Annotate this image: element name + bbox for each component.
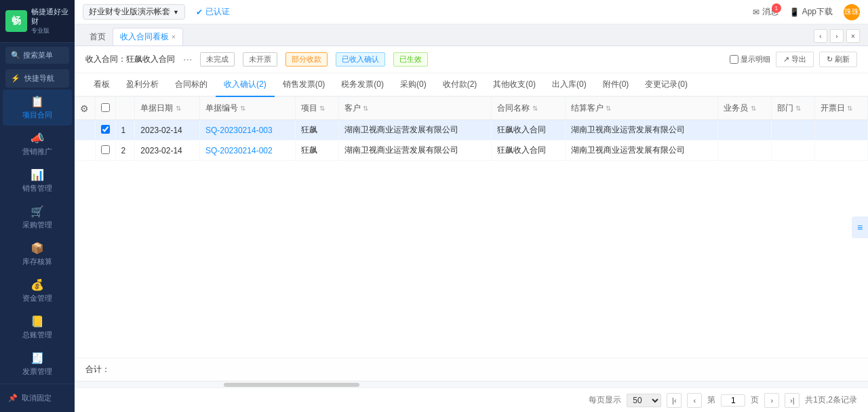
tab-prev-button[interactable]: ‹ [814, 29, 827, 43]
row-checkbox[interactable] [101, 145, 110, 154]
sort-billdate-icon[interactable]: ⇅ [847, 105, 852, 112]
contract-title-prefix: 收入合同： [85, 54, 126, 64]
refresh-button[interactable]: ↻ 刷新 [819, 52, 857, 67]
status-partial-receipt[interactable]: 部分收款 [285, 52, 328, 67]
status-not-invoiced[interactable]: 未开票 [243, 52, 277, 67]
app-download-button[interactable]: 📱 App下载 [789, 6, 833, 18]
first-page-button[interactable]: |‹ [667, 393, 682, 408]
sidebar-item-sales-label: 销售管理 [22, 183, 52, 193]
side-action-btn[interactable]: ≡ [852, 217, 868, 238]
tab-other[interactable]: 其他收支(0) [485, 73, 544, 97]
tab-tax-invoice[interactable]: 税务发票(0) [333, 73, 392, 97]
sidebar-item-inventory[interactable]: 📦 库存核算 [3, 236, 72, 272]
row-checkbox[interactable] [101, 125, 110, 134]
active-tab[interactable]: 收入合同看板 × [113, 28, 183, 45]
th-dept[interactable]: 部门 ⇅ [771, 97, 814, 120]
sort-contract-icon[interactable]: ⇅ [532, 105, 538, 112]
cancel-pin-button[interactable]: 📌 取消固定 [5, 390, 69, 407]
prev-page-button[interactable]: ‹ [687, 393, 702, 408]
tab-kanban[interactable]: 看板 [85, 73, 118, 97]
status-not-complete[interactable]: 未完成 [200, 52, 235, 67]
bill-no-link[interactable]: SQ-20230214-003 [205, 126, 273, 135]
tab-purchase[interactable]: 采购(0) [392, 73, 435, 97]
sidebar-item-invoice[interactable]: 🧾 发票管理 [3, 346, 72, 382]
invoice-icon: 🧾 [31, 352, 44, 364]
per-page-select[interactable]: 50 20 100 [627, 394, 661, 407]
tab-change-log[interactable]: 变更记录(0) [637, 73, 696, 97]
status-effective[interactable]: 已生效 [393, 52, 428, 67]
th-customer[interactable]: 客户 ⇅ [338, 97, 492, 120]
status-revenue-confirmed[interactable]: 已收入确认 [336, 52, 385, 67]
message-badge: 1 [772, 3, 781, 13]
sales-icon: 📊 [31, 168, 44, 181]
sort-dept-icon[interactable]: ⇅ [795, 105, 801, 112]
check-icon: ✔ [196, 7, 203, 17]
row-checkbox-cell [95, 120, 115, 141]
page-number-input[interactable] [721, 394, 745, 407]
show-detail-checkbox-label[interactable]: 显示明细 [730, 54, 770, 64]
sort-date-icon[interactable]: ⇅ [176, 105, 181, 112]
tab-payment[interactable]: 收付款(2) [435, 73, 486, 97]
company-selector[interactable]: 好业财专业版演示帐套 ▼ [83, 4, 185, 20]
th-bill-no[interactable]: 单据编号 ⇅ [199, 97, 295, 120]
tab-next-button[interactable]: › [830, 29, 844, 43]
sort-customer-icon[interactable]: ⇅ [363, 105, 368, 112]
search-menu-button[interactable]: 🔍 搜索菜单 [5, 47, 69, 64]
bill-no-link[interactable]: SQ-20230214-002 [205, 146, 273, 155]
sidebar-item-project[interactable]: 📋 项目合同 [3, 90, 72, 126]
company-name: 好业财专业版演示帐套 [89, 6, 170, 18]
sort-settle-icon[interactable]: ⇅ [606, 105, 611, 112]
tab-revenue[interactable]: 收入确认(2) [216, 73, 275, 97]
home-tab[interactable]: 首页 [83, 29, 113, 45]
show-detail-checkbox[interactable] [730, 55, 738, 64]
sort-salesman-icon[interactable]: ⇅ [751, 105, 756, 112]
last-page-button[interactable]: ›| [785, 393, 800, 408]
th-date[interactable]: 单据日期 ⇅ [135, 97, 200, 120]
close-tab-button[interactable]: × [172, 33, 176, 41]
logo-sub: 专业版 [31, 26, 69, 35]
tab-navigation: ‹ › × [814, 29, 860, 45]
main-area: 好业财专业版演示帐套 ▼ ✔ 已认证 ✉ 消息 1 📱 App下载 珠珠 [75, 0, 868, 412]
phone-icon: 📱 [789, 7, 800, 17]
tab-inout[interactable]: 出入库(0) [544, 73, 595, 97]
quick-nav-button[interactable]: ⚡ 快捷导航 [5, 69, 69, 88]
th-project[interactable]: 项目 ⇅ [296, 97, 339, 120]
user-avatar-button[interactable]: 珠珠 [844, 4, 860, 20]
tab-sales-invoice[interactable]: 销售发票(0) [275, 73, 334, 97]
sidebar-item-purchase-label: 采购管理 [22, 220, 52, 230]
next-page-button[interactable]: › [764, 393, 779, 408]
row-salesman [718, 120, 771, 141]
export-button[interactable]: ↗ 导出 [776, 52, 814, 67]
message-button[interactable]: ✉ 消息 1 [753, 6, 778, 18]
sidebar-item-inventory-label: 库存核算 [22, 257, 52, 267]
avatar: 珠珠 [844, 4, 860, 20]
sidebar-item-capital[interactable]: 💰 资金管理 [3, 273, 72, 309]
tab-attachment[interactable]: 附件(0) [595, 73, 637, 97]
scrollbar-area[interactable] [75, 381, 868, 388]
th-settle-customer[interactable]: 结算客户 ⇅ [565, 97, 718, 120]
row-settle-customer: 湖南卫视商业运营发展有限公司 [565, 120, 718, 141]
more-button[interactable]: ··· [183, 54, 192, 66]
sidebar-item-invoice-label: 发票管理 [22, 367, 52, 377]
tab-profit[interactable]: 盈利分析 [118, 73, 167, 97]
sidebar-item-sales[interactable]: 📊 销售管理 [3, 163, 72, 199]
th-contract[interactable]: 合同名称 ⇅ [492, 97, 565, 120]
select-all-checkbox[interactable] [101, 103, 110, 112]
sidebar-item-purchase[interactable]: 🛒 采购管理 [3, 200, 72, 236]
sidebar: 畅 畅捷通好业财 专业版 🔍 搜索菜单 ⚡ 快捷导航 📋 项目合同 📣 营销推广… [0, 0, 75, 412]
sort-billno-icon[interactable]: ⇅ [240, 105, 245, 112]
sort-project-icon[interactable]: ⇅ [319, 105, 325, 112]
th-settings: ⚙ [75, 97, 95, 120]
settings-icon[interactable]: ⚙ [80, 103, 89, 114]
th-bill-date[interactable]: 开票日 ⇅ [814, 97, 868, 120]
row-gear [75, 141, 95, 161]
sidebar-nav: 📋 项目合同 📣 营销推广 📊 销售管理 🛒 采购管理 📦 库存核算 💰 资金管… [0, 89, 75, 383]
tab-target[interactable]: 合同标的 [167, 73, 216, 97]
th-salesman[interactable]: 业务员 ⇅ [718, 97, 771, 120]
certified-badge: ✔ 已认证 [196, 6, 230, 18]
tab-close-all-button[interactable]: × [846, 29, 860, 43]
scrollbar-thumb[interactable] [224, 383, 359, 387]
sidebar-item-general[interactable]: 📒 总账管理 [3, 310, 72, 345]
home-tab-label: 首页 [90, 32, 106, 41]
sidebar-item-marketing[interactable]: 📣 营销推广 [3, 126, 72, 162]
